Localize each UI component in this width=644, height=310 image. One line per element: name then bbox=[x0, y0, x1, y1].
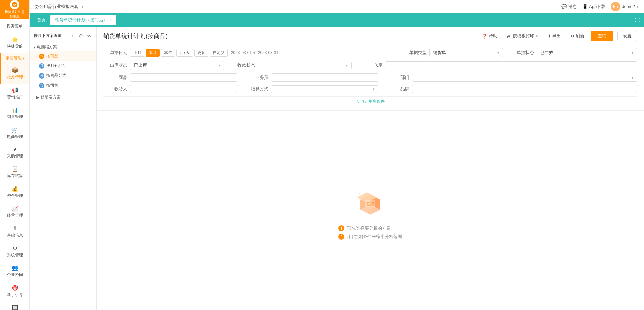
scheme-item-driver[interactable]: 司 按司机 bbox=[30, 81, 96, 90]
scheme-add-btn[interactable]: + bbox=[69, 32, 76, 39]
sidebar-item-finance[interactable]: 💰 资金管理 bbox=[0, 182, 29, 202]
tab-active[interactable]: 销货单统计计划（按商品） × bbox=[50, 15, 116, 25]
sidebar-item-operations[interactable]: 📈 经营管理 bbox=[0, 202, 29, 222]
scheme-item-month-goods[interactable]: 月 按月+商品 bbox=[30, 61, 96, 71]
sidebar-item-app-center[interactable]: 🔲 应用中心 bbox=[0, 301, 29, 310]
brand-label: 品牌 bbox=[385, 86, 412, 92]
refresh-button[interactable]: ↻ 刷新 bbox=[568, 32, 587, 40]
scheme-mobile-title[interactable]: ▶ 移动端方案 bbox=[30, 93, 96, 101]
message-button[interactable]: 💬 消息 bbox=[561, 4, 577, 10]
sidebar-item-inventory[interactable]: 📋 库存核算 bbox=[0, 162, 29, 182]
sidebar: 畅捷通好生意 标准版 搜索菜单 ⭐ 快捷导航 零售管理 ▾ 📦 批发管理 📢 营… bbox=[0, 0, 30, 310]
empty-state: ✦ ✦ ✦ 1 请先选择要分析的方案 2 用[过滤]条件来缩小分析范围 bbox=[97, 111, 644, 310]
salesman-dots-icon[interactable]: ··· bbox=[371, 75, 375, 80]
brand-input[interactable]: ··· bbox=[412, 85, 637, 93]
empty-tip-1: 1 请先选择要分析的方案 bbox=[338, 225, 402, 231]
receiver-input[interactable]: ··· bbox=[130, 85, 237, 93]
goods-input[interactable]: ··· bbox=[130, 73, 237, 82]
finance-label: 资金管理 bbox=[7, 193, 23, 199]
sidebar-item-retail[interactable]: 零售管理 ▾ bbox=[0, 53, 29, 64]
status-value: 已生效 bbox=[540, 50, 553, 56]
scheme-mobile-label: 移动端方案 bbox=[41, 94, 61, 100]
export-button[interactable]: ⬇ 导出 bbox=[545, 32, 564, 40]
svg-rect-8 bbox=[367, 205, 373, 206]
date-custom-btn[interactable]: 自定义 bbox=[210, 49, 228, 57]
date-this-year-btn[interactable]: 本年 bbox=[161, 49, 175, 57]
warehouse-out-select[interactable]: 已出库 ▾ bbox=[130, 61, 224, 70]
receiver-dots-icon[interactable]: ··· bbox=[230, 87, 234, 91]
scheme-edit-btn[interactable]: ⊙ bbox=[77, 32, 84, 39]
settings-button[interactable]: 设置 bbox=[617, 31, 637, 41]
operations-icon: 📈 bbox=[12, 205, 18, 212]
warehouse-dots-icon[interactable]: ··· bbox=[630, 63, 634, 68]
tab-home[interactable]: 首页 bbox=[32, 15, 50, 25]
salesman-label: 业务员 bbox=[244, 74, 271, 81]
salesman-input[interactable]: ··· bbox=[271, 73, 378, 82]
print-button[interactable]: 🖨 按模板打印 ▾ bbox=[504, 32, 541, 40]
sidebar-item-system[interactable]: ⚙ 系统管理 bbox=[0, 242, 29, 261]
status-select[interactable]: 已生效 ▾ bbox=[537, 48, 637, 57]
payment-chevron-icon: ▾ bbox=[346, 63, 348, 68]
sidebar-item-quick-nav[interactable]: ⭐ 快捷导航 bbox=[0, 33, 29, 53]
tab-close-icon[interactable]: × bbox=[109, 18, 112, 22]
scheme-collapse-btn[interactable]: ≪ bbox=[86, 32, 92, 39]
warehouse-input[interactable]: ··· bbox=[385, 61, 637, 69]
query-button[interactable]: 查询 bbox=[591, 31, 613, 41]
app-download-icon: 📱 bbox=[582, 4, 588, 9]
payment-method-chevron-icon: ▾ bbox=[373, 87, 375, 91]
basic-info-label: 基础信息 bbox=[7, 232, 23, 238]
date-last-month-btn[interactable]: 上月 bbox=[130, 49, 144, 57]
tab-minimize-button[interactable]: − bbox=[623, 16, 631, 24]
scheme-item-goods-category[interactable]: 分 按商品分类 bbox=[30, 71, 96, 81]
type-chevron-icon: ▾ bbox=[497, 51, 499, 55]
sidebar-item-purchase[interactable]: 🛍 采购管理 bbox=[0, 143, 29, 162]
user-profile[interactable]: Ea demo2 ▾ bbox=[611, 2, 639, 11]
newbie-label: 新手引导 bbox=[7, 292, 23, 298]
user-chevron: ▾ bbox=[636, 4, 639, 9]
quick-nav-label: 快捷导航 bbox=[7, 44, 23, 49]
sidebar-item-enterprise[interactable]: 👥 企业协同 bbox=[0, 261, 29, 281]
app-subtitle: 标准版 bbox=[10, 14, 20, 19]
app-download-button[interactable]: 📱 App下载 bbox=[582, 4, 605, 10]
scheme-panel: 按以下方案查询 + ⊙ ≪ ▾ 电脑端方案 按 按商品 月 按月 bbox=[30, 27, 97, 310]
goods-dots-icon[interactable]: ··· bbox=[230, 75, 234, 80]
tip-2-number: 2 bbox=[338, 234, 344, 240]
svg-point-0 bbox=[12, 2, 17, 8]
filter-area: 单据日期 上月 本月 本年 近7天 更多 自定义 2023-03-01 至 20… bbox=[97, 44, 644, 111]
brand-dots-icon[interactable]: ··· bbox=[630, 87, 634, 91]
payment-status-select[interactable]: ▾ bbox=[258, 62, 352, 69]
sidebar-item-ecommerce[interactable]: 🛒 电商管理 bbox=[0, 123, 29, 143]
date-more-btn[interactable]: 更多 bbox=[194, 49, 208, 57]
page-actions: ❓ 帮助 🖨 按模板打印 ▾ ⬇ 导出 ↻ 刷新 bbox=[479, 31, 637, 41]
date-last7-btn[interactable]: 近7天 bbox=[176, 49, 193, 57]
purchase-icon: 🛍 bbox=[12, 146, 18, 152]
sidebar-item-sales[interactable]: 📊 销售管理 bbox=[0, 103, 29, 123]
export-icon: ⬇ bbox=[547, 34, 551, 39]
date-this-month-btn[interactable]: 本月 bbox=[146, 49, 160, 57]
dept-chevron-icon: ▾ bbox=[632, 75, 634, 80]
receiver-label: 收货人 bbox=[103, 86, 130, 92]
warehouse-out-chevron-icon: ▾ bbox=[218, 63, 220, 68]
newbie-icon: 🎯 bbox=[12, 285, 18, 291]
collapse-filters-bar[interactable]: ∧ 收起更多条件 bbox=[103, 96, 637, 106]
user-name: demo2 bbox=[622, 4, 635, 9]
sidebar-item-marketing[interactable]: 📢 营销推广 bbox=[0, 84, 29, 103]
filter-row-4: 收货人 ··· 结算方式 ▾ 品牌 ··· bbox=[103, 85, 637, 93]
collapse-label: ∧ 收起更多条件 bbox=[356, 99, 384, 104]
svg-rect-5 bbox=[365, 200, 375, 207]
scheme-panel-title: 按以下方案查询 bbox=[34, 33, 62, 39]
tab-active-label: 销货单统计计划（按商品） bbox=[55, 17, 107, 23]
dept-select[interactable]: ▾ bbox=[412, 74, 637, 82]
sidebar-item-newbie[interactable]: 🎯 新手引导 bbox=[0, 281, 29, 301]
type-select[interactable]: 销货单 ▾ bbox=[429, 48, 503, 57]
sidebar-item-wholesale[interactable]: 📦 批发管理 bbox=[0, 64, 29, 84]
tab-maximize-button[interactable]: ⛶ bbox=[633, 16, 641, 24]
scheme-item-by-goods[interactable]: 按 按商品 bbox=[30, 51, 96, 61]
payment-method-select[interactable]: ▾ bbox=[271, 85, 378, 93]
help-button[interactable]: ❓ 帮助 bbox=[479, 32, 500, 40]
message-icon: 💬 bbox=[561, 4, 567, 9]
ecommerce-label: 电商管理 bbox=[7, 134, 23, 140]
scheme-desktop-title[interactable]: ▾ 电脑端方案 bbox=[30, 43, 96, 51]
search-menu-label[interactable]: 搜索菜单 bbox=[3, 22, 27, 31]
sidebar-item-basic-info[interactable]: ℹ 基础信息 bbox=[0, 222, 29, 242]
